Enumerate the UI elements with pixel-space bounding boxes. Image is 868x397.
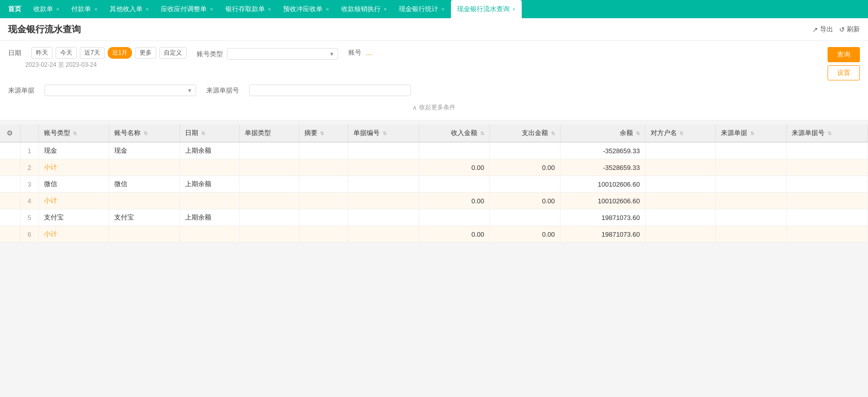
account-type-label: 账号类型: [197, 50, 223, 59]
filter-area: 日期 昨天 今天 近7天 近1月 更多 自定义 2023-02-24 至 202…: [0, 41, 868, 120]
close-icon[interactable]: ×: [326, 6, 329, 12]
td-balance: 19871073.60: [560, 209, 645, 226]
td-counterpart: [645, 159, 716, 176]
th-summary[interactable]: 摘要 ⇅: [299, 124, 348, 142]
td-balance: 100102606.60: [560, 176, 645, 193]
source-doc-no-input[interactable]: [249, 84, 411, 96]
close-icon[interactable]: ×: [441, 6, 444, 12]
th-expense[interactable]: 支出金额 ⇅: [489, 124, 560, 142]
td-account-name: 现金: [109, 142, 180, 159]
th-counterpart[interactable]: 对方户名 ⇅: [645, 124, 716, 142]
td-account-name: [109, 159, 180, 176]
sort-icon: ⇅: [636, 130, 640, 136]
td-source-doc-no: [787, 193, 868, 209]
sort-icon: ⇅: [320, 130, 324, 136]
th-source-doc[interactable]: 来源单据 ⇅: [716, 124, 787, 142]
close-icon[interactable]: ×: [384, 6, 387, 12]
td-doc-type: [239, 226, 299, 243]
td-doc-type: [239, 142, 299, 159]
td-counterpart: [645, 209, 716, 226]
nav-tab-qitashouruden[interactable]: 其他收入单 ×: [104, 0, 155, 18]
date-btn-1month[interactable]: 近1月: [108, 47, 132, 59]
close-icon[interactable]: ×: [268, 6, 271, 12]
th-balance[interactable]: 余额 ⇅: [560, 124, 645, 142]
source-doc-label: 来源单据: [8, 86, 34, 95]
nav-tab-yushouchen[interactable]: 预收冲应收单 ×: [277, 0, 335, 18]
chevron-up-icon: ∧: [413, 104, 417, 111]
td-summary: [299, 226, 348, 243]
td-date: 上期余额: [180, 176, 240, 193]
export-icon: ↗: [812, 26, 818, 33]
account-type-select[interactable]: ▾: [227, 48, 338, 60]
date-btn-custom[interactable]: 自定义: [159, 47, 187, 59]
td-doc-type: [239, 193, 299, 209]
date-btn-more[interactable]: 更多: [135, 47, 156, 59]
sort-icon: ⇅: [73, 130, 77, 136]
top-nav: 首页 收款单 × 付款单 × 其他收入单 × 应收应付调整单 × 银行存取款单 …: [0, 0, 868, 18]
th-settings[interactable]: ⚙: [0, 124, 20, 142]
date-btn-yesterday[interactable]: 昨天: [31, 47, 53, 59]
nav-tab-xianjinliushui[interactable]: 现金银行流水查询 ×: [451, 0, 522, 18]
nav-tab-yinhangcunqu[interactable]: 银行存取款单 ×: [219, 0, 277, 18]
td-source-doc: [716, 193, 787, 209]
td-source-doc: [716, 226, 787, 243]
date-btn-today[interactable]: 今天: [56, 47, 77, 59]
nav-home[interactable]: 首页: [2, 0, 27, 18]
source-doc-value: [49, 86, 51, 94]
source-doc-select[interactable]: ▾: [44, 84, 196, 96]
collapse-bar[interactable]: ∧ 收起更多条件: [8, 101, 860, 114]
account-dots[interactable]: ...: [366, 48, 372, 57]
close-icon[interactable]: ×: [56, 6, 59, 12]
sort-icon: ⇅: [750, 130, 754, 136]
td-balance: -3528659.33: [560, 159, 645, 176]
th-date[interactable]: 日期 ⇅: [180, 124, 240, 142]
nav-tab-shoudan[interactable]: 收款单 ×: [27, 0, 65, 18]
td-source-doc: [716, 176, 787, 193]
td-doc-no: [348, 159, 419, 176]
td-income: 0.00: [419, 193, 490, 209]
th-income[interactable]: 收入金额 ⇅: [419, 124, 490, 142]
th-account-type[interactable]: 账号类型 ⇅: [38, 124, 109, 142]
td-doc-no: [348, 193, 419, 209]
close-icon[interactable]: ×: [210, 6, 213, 12]
nav-tab-xianjintongjie[interactable]: 现金银行统计 ×: [393, 0, 450, 18]
td-doc-type: [239, 176, 299, 193]
td-date: [180, 159, 240, 176]
td-date: 上期余额: [180, 209, 240, 226]
th-account-name[interactable]: 账号名称 ⇅: [109, 124, 180, 142]
date-btn-7days[interactable]: 近7天: [80, 47, 105, 59]
td-num: 1: [20, 142, 38, 159]
settings-button[interactable]: 设置: [828, 65, 860, 80]
th-expense-label: 支出金额: [522, 129, 548, 137]
close-icon[interactable]: ×: [146, 6, 149, 12]
close-icon[interactable]: ×: [94, 6, 97, 12]
td-settings: [0, 209, 20, 226]
account-label: 账号: [348, 48, 361, 57]
nav-tab-yingshouyingfu[interactable]: 应收应付调整单 ×: [155, 0, 219, 18]
td-summary: [299, 193, 348, 209]
export-button[interactable]: ↗ 导出: [812, 25, 833, 34]
sort-icon: ⇅: [828, 130, 832, 136]
th-doc-type: 单据类型: [239, 124, 299, 142]
td-source-doc: [716, 159, 787, 176]
td-source-doc-no: [787, 209, 868, 226]
th-date-label: 日期: [185, 129, 198, 137]
td-counterpart: [645, 142, 716, 159]
td-account-name: [109, 193, 180, 209]
btn-group-right: 查询 设置: [828, 47, 860, 80]
nav-tab-fukudan[interactable]: 付款单 ×: [65, 0, 103, 18]
th-account-type-label: 账号类型: [44, 129, 70, 137]
nav-tab-shoukhexiao[interactable]: 收款核销执行 ×: [335, 0, 393, 18]
td-counterpart: [645, 193, 716, 209]
gear-icon[interactable]: ⚙: [7, 129, 13, 137]
refresh-button[interactable]: ↺ 刷新: [839, 25, 860, 34]
td-settings: [0, 193, 20, 209]
th-source-doc-no[interactable]: 来源单据号 ⇅: [787, 124, 868, 142]
query-button[interactable]: 查询: [828, 47, 860, 62]
td-num: 4: [20, 193, 38, 209]
close-icon[interactable]: ×: [513, 6, 516, 12]
th-doc-no[interactable]: 单据编号 ⇅: [348, 124, 419, 142]
source-doc-no-label: 来源单据号: [206, 86, 239, 95]
table-row: 3微信微信上期余额100102606.60: [0, 176, 868, 193]
table-header-row: ⚙ 账号类型 ⇅ 账号名称 ⇅ 日期 ⇅ 单据类型 摘要 ⇅: [0, 124, 868, 142]
